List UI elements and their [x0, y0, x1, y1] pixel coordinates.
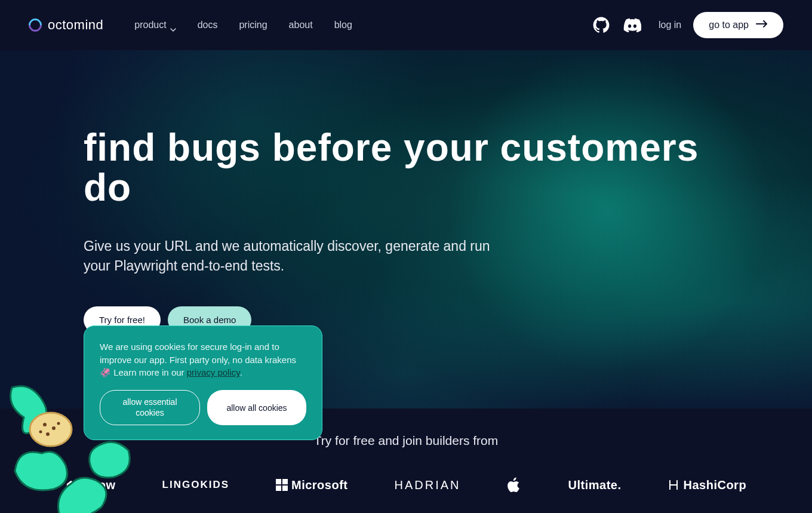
cookie-text-after: . — [240, 367, 242, 377]
svg-point-5 — [39, 431, 42, 434]
nav-docs[interactable]: docs — [198, 20, 218, 30]
hero-subtitle: Give us your URL and we automatically di… — [84, 236, 513, 275]
cta-label: go to app — [709, 20, 749, 30]
arrow-right-icon — [756, 20, 768, 30]
allow-all-button[interactable]: allow all cookies — [207, 390, 306, 425]
discord-icon[interactable] — [623, 16, 642, 35]
logo-hadrian: HADRIAN — [395, 478, 461, 492]
privacy-policy-link[interactable]: privacy policy — [187, 367, 240, 377]
logo-lingokids: LINGOKIDS — [162, 479, 229, 491]
svg-point-1 — [43, 423, 47, 426]
nav-product-label: product — [134, 20, 166, 30]
svg-point-4 — [57, 422, 60, 425]
cookie-text: We are using cookies for secure log-in a… — [100, 340, 306, 379]
logo-hashicorp: HashiCorp — [668, 478, 746, 492]
nav-product[interactable]: product — [134, 20, 176, 30]
login-link[interactable]: log in — [659, 20, 681, 30]
svg-point-0 — [30, 413, 72, 446]
nav-pricing[interactable]: pricing — [239, 20, 267, 30]
logo-icon — [26, 16, 44, 34]
chevron-down-icon — [170, 23, 176, 27]
brand-name: octomind — [48, 17, 103, 33]
cookie-buttons: allow essential cookies allow all cookie… — [100, 390, 306, 425]
logo-apple — [508, 477, 522, 493]
cookie-banner: We are using cookies for secure log-in a… — [84, 325, 322, 440]
github-icon[interactable] — [592, 16, 611, 35]
go-to-app-button[interactable]: go to app — [693, 12, 783, 38]
logo-microsoft: Microsoft — [276, 478, 348, 492]
svg-point-2 — [52, 426, 56, 430]
logo-ultimate: Ultimate. — [568, 478, 622, 492]
nav-about[interactable]: about — [289, 20, 313, 30]
hero-title: find bugs before your customers do — [84, 128, 728, 208]
logo[interactable]: octomind — [29, 17, 103, 33]
main-nav: product docs pricing about blog — [134, 20, 352, 30]
nav-blog[interactable]: blog — [334, 20, 352, 30]
microsoft-icon — [276, 479, 288, 491]
svg-point-3 — [46, 432, 50, 436]
header-right: log in go to app — [592, 12, 783, 38]
allow-essential-button[interactable]: allow essential cookies — [100, 390, 200, 425]
main-header: octomind product docs pricing about blog… — [0, 0, 812, 50]
